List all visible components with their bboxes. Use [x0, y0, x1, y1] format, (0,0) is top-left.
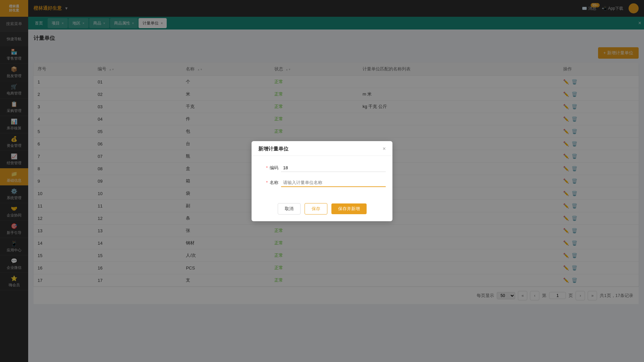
form-code-input[interactable] — [281, 164, 386, 172]
modal-overlay[interactable]: 新增计量单位 × * 编码 * 名称 取消 保存 保存并新增 — [0, 0, 644, 362]
modal-save-button[interactable]: 保存 — [305, 203, 327, 215]
form-row-code: * 编码 — [258, 164, 386, 172]
modal-header: 新增计量单位 × — [252, 141, 392, 156]
modal-cancel-button[interactable]: 取消 — [278, 203, 301, 215]
modal-title: 新增计量单位 — [258, 146, 288, 152]
form-name-input[interactable] — [281, 179, 386, 187]
form-row-name: * 名称 — [258, 179, 386, 187]
form-code-label: * 编码 — [258, 165, 278, 171]
modal-close-button[interactable]: × — [383, 146, 386, 152]
modal-body: * 编码 * 名称 — [252, 156, 392, 199]
form-name-label: * 名称 — [258, 180, 278, 186]
modal-footer: 取消 保存 保存并新增 — [252, 199, 392, 221]
modal-save-continue-button[interactable]: 保存并新增 — [331, 203, 367, 214]
add-measure-unit-modal: 新增计量单位 × * 编码 * 名称 取消 保存 保存并新增 — [252, 141, 392, 221]
